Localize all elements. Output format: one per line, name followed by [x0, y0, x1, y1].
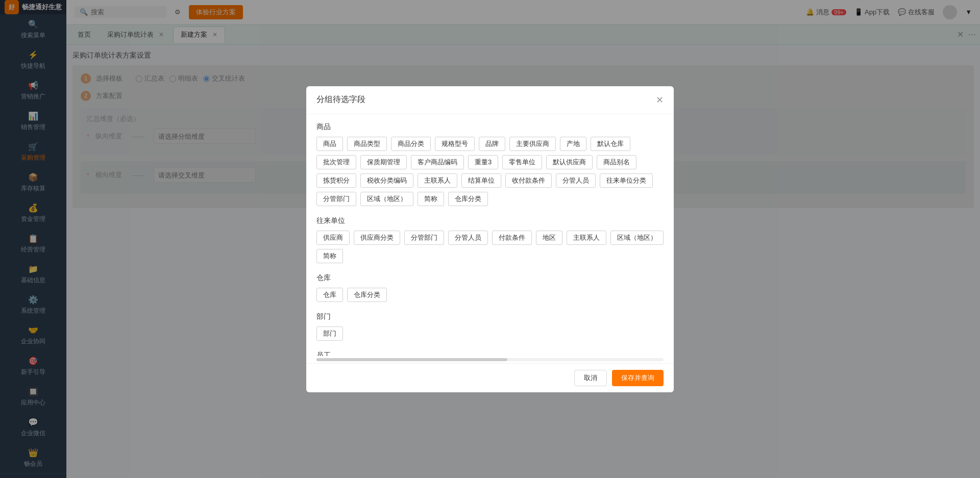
field-tag-0-13[interactable]: 默认供应商 [546, 155, 593, 169]
modal-body: 商品商品商品类型商品分类规格型号品牌主要供应商产地默认仓库批次管理保质期管理客户… [306, 114, 674, 215]
modal-header: 分组待选字段 ✕ [306, 86, 674, 114]
field-tag-0-14[interactable]: 商品别名 [597, 155, 636, 169]
modal-title: 分组待选字段 [316, 94, 365, 105]
field-tag-0-10[interactable]: 客户商品编码 [411, 155, 464, 169]
field-tag-0-2[interactable]: 商品分类 [391, 137, 431, 151]
field-tag-0-9[interactable]: 保质期管理 [360, 155, 407, 169]
field-tag-0-17[interactable]: 主联系人 [418, 173, 457, 188]
field-tag-0-7[interactable]: 默认仓库 [591, 137, 630, 151]
field-tag-0-3[interactable]: 规格型号 [435, 137, 475, 151]
field-selection-modal: 分组待选字段 ✕ 商品商品商品类型商品分类规格型号品牌主要供应商产地默认仓库批次… [306, 86, 674, 215]
field-tag-0-21[interactable]: 往来单位分类 [600, 173, 653, 188]
section-title-0: 商品 [316, 122, 664, 132]
modal-close-button[interactable]: ✕ [656, 94, 664, 106]
field-tag-0-1[interactable]: 商品类型 [347, 137, 387, 151]
field-tag-0-6[interactable]: 产地 [560, 137, 586, 151]
field-tag-0-24[interactable]: 简称 [418, 192, 444, 206]
field-tag-0-23[interactable]: 区域（地区） [360, 192, 413, 206]
field-tag-0-25[interactable]: 仓库分类 [448, 192, 488, 206]
field-section-0: 商品商品商品类型商品分类规格型号品牌主要供应商产地默认仓库批次管理保质期管理客户… [316, 122, 664, 206]
field-tag-0-15[interactable]: 拣货积分 [316, 173, 356, 188]
field-tag-0-5[interactable]: 主要供应商 [509, 137, 556, 151]
field-tag-0-11[interactable]: 重量3 [468, 155, 498, 169]
field-tag-0-20[interactable]: 分管人员 [556, 173, 596, 188]
field-tag-0-8[interactable]: 批次管理 [316, 155, 356, 169]
field-tag-0-16[interactable]: 税收分类编码 [360, 173, 413, 188]
field-tag-0-19[interactable]: 收付款条件 [505, 173, 552, 188]
modal-overlay: 分组待选字段 ✕ 商品商品商品类型商品分类规格型号品牌主要供应商产地默认仓库批次… [0, 0, 980, 214]
field-tag-0-18[interactable]: 结算单位 [461, 173, 501, 188]
field-tag-0-12[interactable]: 零售单位 [502, 155, 542, 169]
field-tag-0-0[interactable]: 商品 [316, 137, 343, 151]
field-tag-0-22[interactable]: 分管部门 [316, 192, 356, 206]
field-tag-0-4[interactable]: 品牌 [479, 137, 505, 151]
field-tags-0: 商品商品类型商品分类规格型号品牌主要供应商产地默认仓库批次管理保质期管理客户商品… [316, 137, 664, 206]
